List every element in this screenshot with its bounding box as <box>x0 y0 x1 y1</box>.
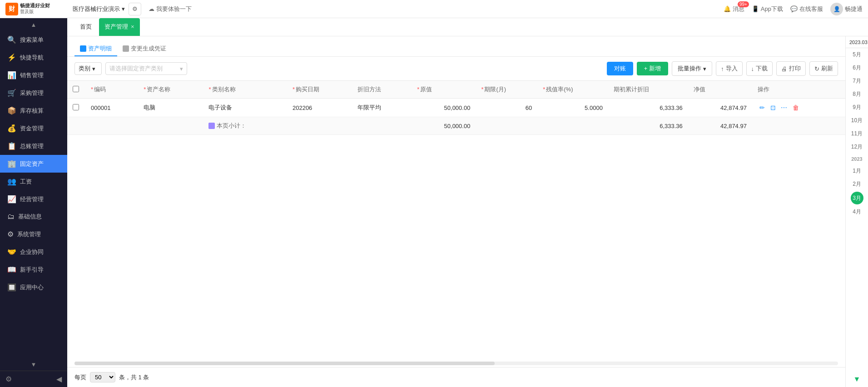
sidebar-item-sales[interactable]: 📊 销售管理 <box>0 66 67 84</box>
month-item-4[interactable]: 4月 <box>846 205 868 218</box>
cell-operation: ✏ ⊡ ⋯ 🗑 <box>752 99 845 117</box>
sidebar-item-inventory[interactable]: 📦 库存核算 <box>0 102 67 119</box>
logo-icon: 财 <box>5 3 18 15</box>
collapse-sidebar-button[interactable]: ◀ <box>56 375 62 383</box>
col-asset-name: *资产名称 <box>138 81 203 99</box>
sidebar-label-system: 系统管理 <box>17 230 41 238</box>
cell-net-value: 42,874.97 <box>688 99 752 117</box>
try-button[interactable]: ☁ 我要体验一下 <box>149 5 192 13</box>
cloud-icon: ☁ <box>149 5 154 12</box>
sidebar-item-search[interactable]: 🔍 搜索菜单 <box>0 31 67 49</box>
category-label: 类别 <box>79 64 90 73</box>
refresh-button[interactable]: ↻ 刷新 <box>809 61 838 76</box>
month-item-7[interactable]: 7月 <box>846 74 868 88</box>
tab-asset-mgmt[interactable]: 资产管理 × <box>99 18 140 36</box>
tab-home[interactable]: 首页 <box>74 18 97 36</box>
sidebar-item-ledger[interactable]: 📋 总账管理 <box>0 137 67 155</box>
table-row: 000001 电脑 电子设备 202206 年限平均 50,000.00 60 … <box>67 99 845 117</box>
sidebar-item-corp[interactable]: 🤝 企业协同 <box>0 243 67 261</box>
per-page-select[interactable]: 50 100 <box>90 372 115 382</box>
month-item-11[interactable]: 11月 <box>846 127 868 140</box>
month-item-10[interactable]: 10月 <box>846 114 868 127</box>
sidebar-label-guide: 新手引导 <box>20 266 44 274</box>
scrollbar-thumb[interactable] <box>74 362 495 365</box>
sidebar-item-operations[interactable]: 📈 经营管理 <box>0 190 67 208</box>
month-item-12[interactable]: 12月 <box>846 140 868 154</box>
col-purchase-date: *购买日期 <box>287 81 352 99</box>
ledger-icon: 📋 <box>7 142 16 150</box>
category-placeholder: 请选择固定资产类别 <box>109 64 163 73</box>
month-item-3-current[interactable]: 3月 <box>851 192 863 204</box>
settings-button[interactable]: ⚙ <box>129 3 141 15</box>
batch-button[interactable]: 批量操作 ▾ <box>672 61 712 76</box>
download-icon: 📱 <box>752 5 759 12</box>
action-bar-left: 类别 ▾ 请选择固定资产类别 ▾ <box>74 62 187 75</box>
month-item-8[interactable]: 8月 <box>846 88 868 101</box>
tab-close-button[interactable]: × <box>131 23 134 30</box>
download-button[interactable]: ↓ 下载 <box>746 61 773 76</box>
sidebar-item-fixed-assets[interactable]: 🏢 固定资产 <box>0 155 67 173</box>
sidebar-item-quick-nav[interactable]: ⚡ 快捷导航 <box>0 49 67 66</box>
sidebar-label-finance: 资金管理 <box>20 124 44 133</box>
calendar-down-button[interactable]: ▼ <box>849 375 864 383</box>
table-container: *编码 *资产名称 *类别名称 *购买日期 折旧方法 *原值 *期限(月) *残… <box>67 81 845 360</box>
cell-asset-name: 电脑 <box>138 99 203 117</box>
notifications-button[interactable]: 🔔 消息 99+ <box>724 5 744 13</box>
service-icon: 💬 <box>790 5 798 12</box>
reconcile-button[interactable]: 对账 <box>607 62 633 75</box>
import-button[interactable]: ↑ 导入 <box>716 61 743 76</box>
sidebar: ▲ 🔍 搜索菜单 ⚡ 快捷导航 📊 销售管理 🛒 采购管理 📦 库存核算 <box>0 18 67 387</box>
horizontal-scrollbar[interactable] <box>67 360 845 367</box>
inner-tab-change-voucher[interactable]: 变更生成凭证 <box>117 42 172 56</box>
sidebar-item-payroll[interactable]: 👥 工资 <box>0 173 67 190</box>
table-header-row: *编码 *资产名称 *类别名称 *购买日期 折旧方法 *原值 *期限(月) *残… <box>67 81 845 99</box>
print-button[interactable]: 🖨 打印 <box>776 61 806 76</box>
select-all-checkbox[interactable] <box>73 86 79 92</box>
col-depreciation-method: 折旧方法 <box>352 81 412 99</box>
sidebar-label-search: 搜索菜单 <box>20 36 44 44</box>
sidebar-item-basic-info[interactable]: 🗂 基础信息 <box>0 208 67 225</box>
per-page-label: 每页 <box>74 373 86 382</box>
inner-tab-asset-detail[interactable]: 资产明细 <box>74 42 117 56</box>
category-select[interactable]: 请选择固定资产类别 ▾ <box>105 62 187 75</box>
cell-category: 电子设备 <box>203 99 287 117</box>
basic-info-icon: 🗂 <box>7 213 15 221</box>
sidebar-item-guide[interactable]: 📖 新手引导 <box>0 261 67 278</box>
col-period: *期限(月) <box>476 81 537 99</box>
cell-code: 000001 <box>85 99 138 117</box>
sidebar-item-finance[interactable]: 💰 资金管理 <box>0 119 67 137</box>
row-checkbox[interactable] <box>73 104 79 110</box>
month-item-1[interactable]: 1月 <box>846 164 868 178</box>
refresh-icon: ↻ <box>814 65 819 72</box>
tab-home-label: 首页 <box>80 23 92 31</box>
sidebar-item-system[interactable]: ⚙ 系统管理 <box>0 225 67 243</box>
right-panel-bottom: ▼ <box>846 372 868 387</box>
select-chevron-icon: ▾ <box>180 65 183 72</box>
cell-depreciation-method: 年限平均 <box>352 99 412 117</box>
month-item-9[interactable]: 9月 <box>846 101 868 114</box>
sidebar-item-app-center[interactable]: 🔲 应用中心 <box>0 278 67 296</box>
app-download-label: App下载 <box>761 5 783 13</box>
sidebar-label-quick-nav: 快捷导航 <box>20 54 44 62</box>
edit-button[interactable]: ✏ <box>758 103 767 112</box>
more-button[interactable]: ⋯ <box>779 103 789 112</box>
subtotal-original-value: 50,000.00 <box>412 117 476 135</box>
delete-button[interactable]: 🗑 <box>791 103 801 112</box>
sidebar-scroll-up[interactable]: ▲ <box>0 18 67 31</box>
month-item-5[interactable]: 5月 <box>846 48 868 61</box>
settings-bottom-button[interactable]: ⚙ <box>5 375 12 383</box>
app-download-button[interactable]: 📱 App下载 <box>752 5 783 13</box>
col-operation: 操作 <box>752 81 845 99</box>
sidebar-item-purchase[interactable]: 🛒 采购管理 <box>0 84 67 102</box>
user-profile[interactable]: 👤 畅捷通 <box>830 3 863 15</box>
company-selector[interactable]: 医疗器械行业演示 ▾ <box>73 5 125 13</box>
copy-button[interactable]: ⊡ <box>769 103 778 112</box>
month-item-6[interactable]: 6月 <box>846 61 868 74</box>
notifications-badge: 99+ <box>738 1 749 7</box>
month-item-2[interactable]: 2月 <box>846 178 868 191</box>
add-button[interactable]: + 新增 <box>637 62 668 75</box>
online-service-button[interactable]: 💬 在线客服 <box>790 5 823 13</box>
sidebar-label-operations: 经营管理 <box>20 195 44 203</box>
download-icon: ↓ <box>751 65 754 72</box>
sidebar-scroll-down[interactable]: ▼ <box>0 358 67 371</box>
